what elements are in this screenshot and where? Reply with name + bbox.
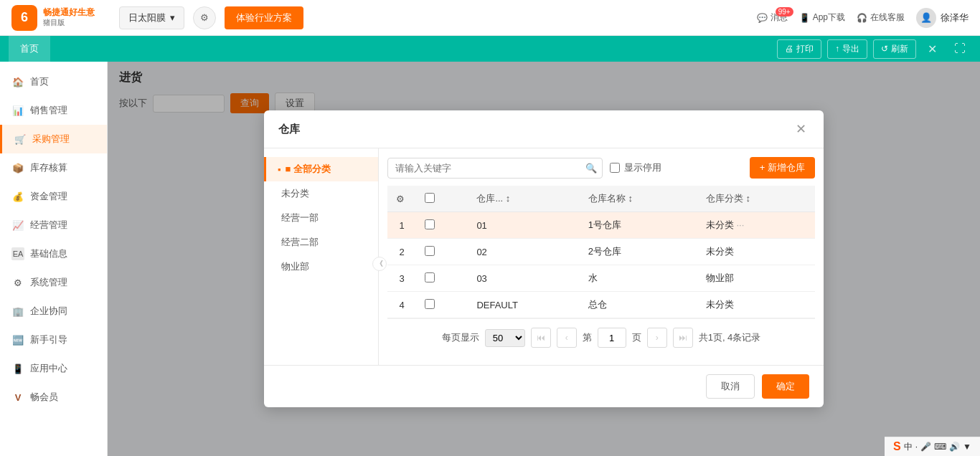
logo-icon: 6: [11, 5, 37, 31]
table-row[interactable]: 2 02 2号仓库 未分类: [387, 239, 815, 265]
row-checkbox-cell: [416, 212, 468, 239]
row-checkbox-cell: [416, 265, 468, 292]
sidebar-item-inventory[interactable]: 📦 库存核算: [0, 153, 107, 182]
category-item-ops1[interactable]: 经营一部: [264, 206, 378, 230]
export-icon: ↑: [835, 44, 839, 54]
subnav-expand-button[interactable]: ⛶: [948, 39, 971, 58]
collapse-panel-button[interactable]: 《: [372, 257, 387, 271]
sidebar-item-finance[interactable]: 💰 资金管理: [0, 182, 107, 211]
add-warehouse-button[interactable]: + 新增仓库: [750, 157, 815, 179]
category-panel: ▪ ■ 全部分类 未分类 经营一部 经营二部 物业部: [264, 148, 379, 365]
dropdown-arrow-icon: ▾: [170, 12, 175, 23]
refresh-button[interactable]: ↺ 刷新: [873, 39, 916, 59]
export-button[interactable]: ↑ 导出: [827, 39, 867, 59]
table-toolbar: 🔍 显示停用 + 新增仓库: [387, 157, 815, 179]
category-item-ops2[interactable]: 经营二部: [264, 230, 378, 255]
search-input[interactable]: [387, 158, 603, 179]
table-row[interactable]: 4 DEFAULT 总仓 未分类: [387, 292, 815, 318]
subnav-right: 🖨 打印 ↑ 导出 ↺ 刷新 ✕ ⛶: [777, 39, 971, 59]
prev-page-button[interactable]: ‹: [557, 328, 577, 348]
purchase-icon: 🛒: [14, 133, 27, 146]
row-name: 1号仓库: [580, 212, 697, 239]
store-selector[interactable]: 日太阳膜 ▾: [119, 6, 184, 29]
sidebar-item-guide[interactable]: 🆕 新手引导: [0, 326, 107, 354]
row-checkbox[interactable]: [425, 246, 435, 256]
status-cn[interactable]: 中: [904, 441, 913, 453]
user-name: 徐泽华: [941, 11, 969, 24]
headset-icon: 🎧: [857, 13, 867, 23]
home-icon: 🏠: [11, 75, 24, 88]
print-button[interactable]: 🖨 打印: [777, 39, 821, 59]
sidebar-item-basic-info[interactable]: EA 基础信息: [0, 239, 107, 268]
category-item-property[interactable]: 物业部: [264, 255, 378, 279]
show-disabled-checkbox[interactable]: [610, 163, 620, 173]
subnav-item-home[interactable]: 首页: [9, 36, 50, 62]
status-mic-icon[interactable]: 🎤: [920, 442, 931, 452]
sidebar-item-system[interactable]: ⚙ 系统管理: [0, 268, 107, 297]
refresh-icon: ↺: [881, 44, 888, 54]
sidebar-item-apps[interactable]: 📱 应用中心: [0, 354, 107, 383]
row-category: 未分类: [697, 239, 815, 265]
settings-button[interactable]: ⚙: [193, 6, 216, 29]
row-checkbox[interactable]: [425, 299, 435, 309]
search-icon[interactable]: 🔍: [585, 163, 597, 174]
sidebar-item-purchase[interactable]: 🛒 采购管理: [0, 125, 107, 153]
subnav-close-button[interactable]: ✕: [922, 39, 943, 59]
sidebar-item-vip[interactable]: V 畅会员: [0, 383, 107, 412]
status-arrow-icon[interactable]: ▼: [963, 442, 971, 452]
topbar: 6 畅捷通好生意 猪目版 日太阳膜 ▾ ⚙ 体验行业方案 💬 消息 99+ 📱 …: [0, 0, 980, 36]
col-gear: ⚙: [387, 186, 416, 212]
status-sound-icon[interactable]: 🔊: [949, 442, 960, 452]
row-more-button[interactable]: ···: [737, 219, 745, 230]
guide-icon: 🆕: [11, 333, 24, 346]
row-num: 1: [387, 212, 416, 239]
page-number-input[interactable]: [598, 328, 626, 348]
table-row[interactable]: 3 03 水 物业部: [387, 265, 815, 292]
all-categories-item[interactable]: ▪ ■ 全部分类: [264, 157, 378, 181]
topbar-center: 日太阳膜 ▾ ⚙ 体验行业方案: [119, 6, 757, 29]
last-page-button[interactable]: ⏭: [673, 328, 693, 348]
sidebar-item-operations[interactable]: 📈 经营管理: [0, 211, 107, 239]
sort-icon2: ↕: [628, 193, 633, 204]
row-checkbox[interactable]: [425, 272, 435, 282]
row-code: DEFAULT: [468, 292, 579, 318]
row-num: 2: [387, 239, 416, 265]
modal-close-button[interactable]: ✕: [792, 120, 809, 138]
first-page-button[interactable]: ⏮: [531, 328, 551, 348]
total-info: 共1页, 4条记录: [699, 331, 761, 344]
row-code: 01: [468, 212, 579, 239]
category-item-unclassified[interactable]: 未分类: [264, 181, 378, 206]
table-row[interactable]: 1 01 1号仓库 未分类 ···: [387, 212, 815, 239]
row-checkbox[interactable]: [425, 219, 435, 229]
trial-button[interactable]: 体验行业方案: [225, 6, 303, 29]
search-input-wrap: 🔍: [387, 158, 603, 179]
next-page-button[interactable]: ›: [647, 328, 667, 348]
per-page-label: 每页显示: [442, 331, 479, 344]
select-all-checkbox[interactable]: [425, 193, 435, 203]
sort-icon: ↕: [506, 193, 511, 204]
cancel-button[interactable]: 取消: [706, 374, 755, 399]
modal-overlay: 仓库 ✕ ▪ ■ 全部分类 未分类: [108, 62, 980, 456]
col-category[interactable]: 仓库分类 ↕: [697, 186, 815, 212]
sidebar-item-enterprise[interactable]: 🏢 企业协同: [0, 297, 107, 326]
user-menu[interactable]: 👤 徐泽华: [916, 8, 969, 28]
row-category: 未分类: [697, 292, 815, 318]
confirm-button[interactable]: 确定: [762, 374, 809, 399]
app-download-button[interactable]: 📱 App下载: [799, 11, 845, 24]
show-disabled-toggle[interactable]: 显示停用: [610, 161, 661, 174]
sidebar-item-home[interactable]: 🏠 首页: [0, 67, 107, 96]
online-service-button[interactable]: 🎧 在线客服: [857, 11, 905, 24]
warehouse-table: ⚙ 仓库... ↕ 仓库名称: [387, 186, 815, 318]
modal-body: ▪ ■ 全部分类 未分类 经营一部 经营二部 物业部: [264, 148, 824, 365]
per-page-select[interactable]: 50 10 20 100: [485, 329, 525, 347]
notification-button[interactable]: 💬 消息 99+: [757, 11, 788, 24]
col-name[interactable]: 仓库名称 ↕: [580, 186, 697, 212]
modal-header: 仓库 ✕: [264, 110, 824, 148]
notification-badge: 99+: [776, 7, 793, 16]
col-code[interactable]: 仓库... ↕: [468, 186, 579, 212]
logo: 6 畅捷通好生意 猪目版: [11, 5, 119, 31]
status-keyboard-icon[interactable]: ⌨: [934, 442, 946, 452]
inventory-icon: 📦: [11, 161, 24, 174]
row-name: 总仓: [580, 292, 697, 318]
sidebar-item-sales[interactable]: 📊 销售管理: [0, 96, 107, 125]
